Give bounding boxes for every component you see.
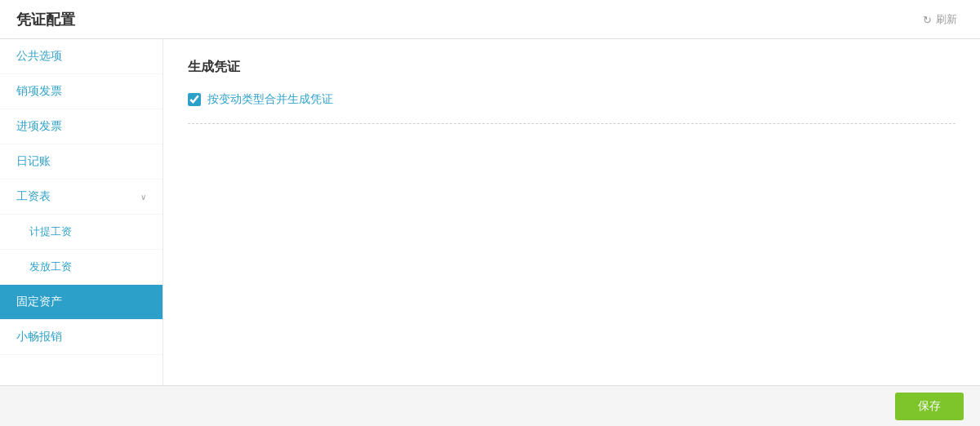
- refresh-button[interactable]: ↻ 刷新: [915, 9, 964, 30]
- sidebar-item-label: 工资表: [16, 189, 51, 204]
- sidebar-item-sales-invoice[interactable]: 销项发票: [0, 74, 163, 109]
- sidebar-item-fixed-assets[interactable]: 固定资产: [0, 285, 163, 320]
- sidebar-item-public-options[interactable]: 公共选项: [0, 39, 163, 74]
- sidebar-item-label: 固定资产: [16, 295, 62, 309]
- footer: 保存: [0, 385, 980, 426]
- merge-by-type-checkbox[interactable]: [188, 93, 201, 106]
- main-content: 公共选项 销项发票 进项发票 日记账 工资表 ∨ 计提工资 发放工资 固定资: [0, 39, 980, 385]
- sidebar-item-payroll-distribute[interactable]: 发放工资: [0, 250, 163, 285]
- page-title: 凭证配置: [16, 10, 75, 29]
- save-button[interactable]: 保存: [895, 393, 964, 420]
- section-divider: [188, 123, 956, 124]
- merge-by-type-label[interactable]: 按变动类型合并生成凭证: [207, 92, 333, 107]
- sidebar-item-label: 公共选项: [16, 49, 62, 64]
- sidebar-item-label: 发放工资: [29, 260, 72, 274]
- chevron-down-icon: ∨: [140, 193, 146, 202]
- sidebar-item-label: 日记账: [16, 154, 51, 169]
- content-area: 生成凭证 按变动类型合并生成凭证: [163, 39, 980, 385]
- header: 凭证配置 ↻ 刷新: [0, 0, 980, 39]
- section-title: 生成凭证: [188, 59, 956, 76]
- sidebar-item-payroll[interactable]: 工资表 ∨: [0, 180, 163, 215]
- refresh-icon: ↻: [921, 14, 933, 25]
- page-wrapper: 凭证配置 ↻ 刷新 公共选项 销项发票 进项发票 日记账 工资表 ∨: [0, 0, 980, 426]
- sidebar-item-label: 小畅报销: [16, 330, 62, 344]
- sidebar-item-label: 进项发票: [16, 119, 62, 134]
- sidebar-item-journal[interactable]: 日记账: [0, 144, 163, 180]
- refresh-label: 刷新: [936, 12, 957, 27]
- checkbox-row: 按变动类型合并生成凭证: [188, 92, 956, 107]
- sidebar-item-purchase-invoice[interactable]: 进项发票: [0, 109, 163, 144]
- sidebar-item-expense-report[interactable]: 小畅报销: [0, 320, 163, 355]
- sidebar-item-payroll-accrual[interactable]: 计提工资: [0, 215, 163, 250]
- sidebar-item-label: 计提工资: [29, 224, 72, 239]
- sidebar-item-label: 销项发票: [16, 84, 62, 99]
- sidebar: 公共选项 销项发票 进项发票 日记账 工资表 ∨ 计提工资 发放工资 固定资: [0, 39, 163, 385]
